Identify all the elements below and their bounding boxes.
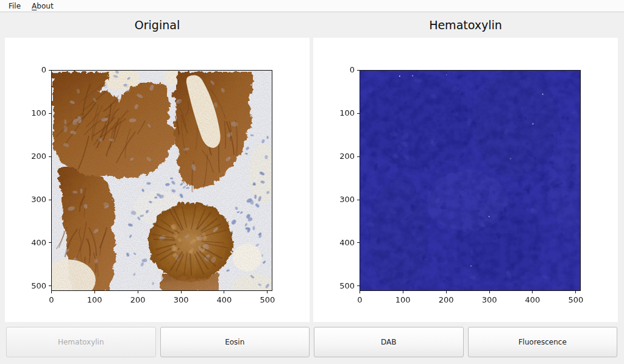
y-tick-label: 500 <box>18 281 46 291</box>
x-tick-label: 400 <box>211 295 238 304</box>
hematoxylin-plot <box>360 70 581 291</box>
hematoxylin-image <box>360 71 580 290</box>
y-tick-label: 300 <box>327 195 355 205</box>
x-tick-label: 0 <box>346 295 373 304</box>
y-tick <box>49 242 51 243</box>
hematoxylin-button[interactable]: Hematoxylin <box>6 327 156 357</box>
y-tick <box>49 285 51 286</box>
y-tick <box>357 242 360 243</box>
y-tick-label: 0 <box>327 65 355 75</box>
x-tick <box>224 291 224 293</box>
y-tick-label: 400 <box>327 238 355 248</box>
y-tick <box>49 200 51 200</box>
stain-button-row: Hematoxylin Eosin DAB Fluorescence <box>6 327 617 357</box>
y-tick-label: 400 <box>18 238 46 248</box>
original-panel: 01002003004005000100200300400500 <box>5 38 310 322</box>
menubar: File About <box>0 0 624 12</box>
x-tick <box>403 291 403 293</box>
y-tick <box>357 156 360 157</box>
x-tick <box>51 291 52 293</box>
ihc-grain-texture <box>52 71 272 290</box>
x-tick-label: 100 <box>389 295 416 304</box>
y-tick-label: 0 <box>18 65 46 75</box>
x-tick <box>489 291 490 293</box>
hema-grain-texture <box>360 71 580 290</box>
menu-about[interactable]: About <box>28 1 57 12</box>
menu-file[interactable]: File <box>5 1 24 12</box>
x-tick-label: 100 <box>81 295 108 304</box>
x-tick-label: 400 <box>519 295 546 304</box>
x-tick-label: 500 <box>562 295 589 304</box>
y-tick-label: 100 <box>18 108 46 118</box>
x-tick <box>360 291 360 293</box>
original-plot <box>51 70 272 291</box>
fluorescence-button[interactable]: Fluorescence <box>468 327 618 357</box>
x-tick-label: 500 <box>254 295 281 304</box>
x-tick <box>94 291 95 293</box>
y-tick-label: 200 <box>18 152 46 161</box>
y-tick <box>357 70 360 71</box>
hematoxylin-panel: 01002003004005000100200300400500 <box>313 38 618 322</box>
y-tick <box>49 113 51 114</box>
dab-button[interactable]: DAB <box>314 327 464 357</box>
original-panel-title: Original <box>5 18 310 32</box>
x-tick <box>446 291 447 293</box>
y-tick <box>49 156 51 157</box>
original-image <box>52 71 272 290</box>
x-tick-label: 200 <box>433 295 459 304</box>
x-tick-label: 0 <box>38 295 65 304</box>
x-tick <box>575 291 576 293</box>
y-tick-label: 500 <box>327 281 355 291</box>
x-tick-label: 200 <box>124 295 151 304</box>
y-tick-label: 200 <box>327 152 355 161</box>
x-tick-label: 300 <box>168 295 194 304</box>
y-tick <box>357 113 360 114</box>
x-tick <box>267 291 268 293</box>
x-tick <box>181 291 182 293</box>
x-tick <box>532 291 533 293</box>
x-tick <box>138 291 138 293</box>
y-tick-label: 300 <box>18 195 46 205</box>
y-tick <box>357 200 360 200</box>
x-tick-label: 300 <box>476 295 503 304</box>
y-tick <box>49 70 51 71</box>
eosin-button[interactable]: Eosin <box>160 327 310 357</box>
menu-about-rest: bout <box>37 2 53 10</box>
hematoxylin-panel-title: Hematoxylin <box>313 18 618 32</box>
y-tick-label: 100 <box>327 108 355 118</box>
y-tick <box>357 285 360 286</box>
